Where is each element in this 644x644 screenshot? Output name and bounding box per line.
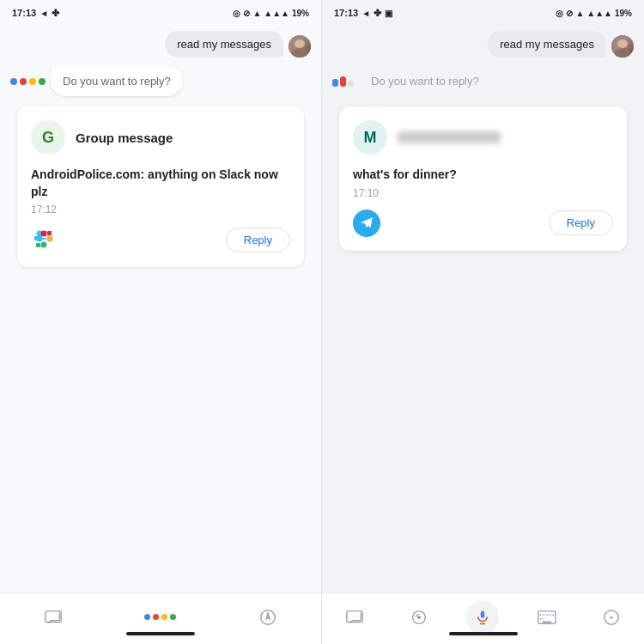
mic-icon bbox=[475, 608, 490, 627]
messages-icon-left bbox=[44, 608, 63, 627]
keyboard-icon bbox=[538, 610, 556, 625]
google-dots-right bbox=[332, 76, 354, 87]
reply-button-left[interactable]: Reply bbox=[226, 228, 290, 252]
telegram-icon bbox=[353, 210, 380, 237]
nav-keyboard-right[interactable] bbox=[530, 600, 564, 635]
arrow-icon-right: ◄ bbox=[361, 9, 370, 18]
location-icon-right: ◎ bbox=[556, 9, 563, 18]
card-time-left: 17:12 bbox=[31, 204, 290, 216]
bottom-nav-left bbox=[0, 592, 321, 644]
right-panel: 17:13 ◄ ✤ ▣ ◎ ⊘ ▲ ▲▲▲ 19% read my messag… bbox=[322, 0, 644, 644]
svg-rect-5 bbox=[36, 243, 40, 247]
dot-red-right bbox=[340, 76, 346, 87]
user-bubble-row-left: read my messages bbox=[10, 31, 311, 58]
assistant-bubble-right: Do you want to reply? bbox=[359, 66, 491, 96]
time-right: 17:13 bbox=[334, 8, 358, 18]
home-indicator-left bbox=[126, 632, 195, 635]
battery-left: 19% bbox=[292, 9, 309, 18]
bottom-nav-right bbox=[322, 592, 644, 644]
dot-blue-right bbox=[332, 79, 338, 87]
user-bubble-row-right: read my messages bbox=[332, 31, 634, 58]
status-time-right: 17:13 ◄ ✤ ▣ bbox=[334, 8, 392, 19]
arrow-icon: ◄ bbox=[39, 9, 48, 18]
nav-dots-left[interactable] bbox=[143, 600, 178, 635]
assistant-bubble-left: Do you want to reply? bbox=[51, 66, 183, 96]
card-icon-left: G bbox=[31, 120, 65, 155]
grid-icon-right: ✤ bbox=[374, 8, 381, 19]
nav-compass-left[interactable] bbox=[251, 600, 285, 635]
telegram-svg bbox=[359, 216, 374, 231]
nav-messages-left[interactable] bbox=[36, 600, 70, 635]
home-indicator-right bbox=[449, 632, 518, 635]
svg-rect-26 bbox=[481, 611, 485, 617]
battery-right: 19% bbox=[615, 9, 632, 18]
card-header-right: M bbox=[353, 120, 613, 155]
card-message-right: what's for dinner? bbox=[353, 167, 613, 184]
card-header-left: G Group message bbox=[31, 120, 290, 155]
status-icons-left: ◎ ⊘ ▲ ▲▲▲ 19% bbox=[233, 9, 309, 18]
card-title-left: Group message bbox=[76, 131, 173, 145]
nav-dot-red bbox=[153, 614, 159, 620]
avatar-left bbox=[289, 35, 311, 58]
card-icon-right: M bbox=[353, 120, 387, 155]
lens-icon bbox=[410, 608, 428, 627]
user-bubble-left: read my messages bbox=[165, 31, 283, 58]
dot-blue-left bbox=[10, 78, 17, 85]
status-bar-left: 17:13 ◄ ✤ ◎ ⊘ ▲ ▲▲▲ 19% bbox=[0, 0, 321, 24]
message-card-right: M what's for dinner? 17:10 Reply bbox=[339, 106, 627, 251]
nav-dot-green bbox=[170, 614, 176, 620]
card-footer-right: Reply bbox=[353, 210, 613, 237]
dot-red-left bbox=[20, 78, 27, 85]
reply-button-right[interactable]: Reply bbox=[549, 210, 613, 235]
card-footer-left: Reply bbox=[31, 226, 290, 253]
message-card-left: G Group message AndroidPolice.com: anyth… bbox=[17, 106, 304, 267]
svg-point-22 bbox=[267, 617, 269, 618]
location-icon: ◎ bbox=[233, 9, 240, 18]
avatar-face-left bbox=[289, 35, 311, 58]
time-left: 17:13 bbox=[12, 8, 36, 18]
wifi-icon-right: ▲ bbox=[575, 9, 584, 18]
status-bar-right: 17:13 ◄ ✤ ▣ ◎ ⊘ ▲ ▲▲▲ 19% bbox=[322, 0, 644, 24]
dot-green-left bbox=[39, 78, 46, 85]
nav-mic-right[interactable] bbox=[466, 600, 499, 635]
signal-icon-right: ▲▲▲ bbox=[586, 9, 612, 18]
assistant-row-left: Do you want to reply? bbox=[10, 66, 311, 96]
nav-messages-right[interactable] bbox=[337, 600, 372, 635]
avatar-right bbox=[611, 35, 634, 58]
messages-icon-right bbox=[345, 608, 364, 627]
google-dots-left bbox=[10, 78, 46, 85]
compass-icon-left bbox=[258, 608, 277, 627]
user-bubble-right: read my messages bbox=[488, 31, 606, 58]
status-time-left: 17:13 ◄ ✤ bbox=[12, 8, 59, 19]
avatar-face-right bbox=[611, 35, 634, 58]
nav-compass-right[interactable] bbox=[594, 600, 629, 635]
card-name-blurred bbox=[398, 131, 501, 143]
slack-svg bbox=[33, 228, 57, 252]
grid-icon: ✤ bbox=[52, 8, 59, 19]
svg-rect-10 bbox=[47, 231, 52, 235]
card-message-left: AndroidPolice.com: anything on Slack now… bbox=[31, 167, 290, 200]
wifi-icon: ▲ bbox=[252, 9, 261, 18]
compass-icon-right bbox=[602, 608, 621, 627]
google-dots-nav-left bbox=[144, 614, 176, 620]
nav-dot-yellow bbox=[161, 614, 167, 620]
card-time-right: 17:10 bbox=[353, 187, 613, 199]
nav-dot-blue bbox=[144, 614, 150, 620]
svg-point-25 bbox=[418, 616, 421, 618]
left-panel: 17:13 ◄ ✤ ◎ ⊘ ▲ ▲▲▲ 19% read my messages bbox=[0, 0, 322, 644]
assistant-row-right: Do you want to reply? bbox=[332, 66, 634, 96]
dot-yellow-left bbox=[29, 78, 36, 85]
dot-grey-right bbox=[348, 81, 354, 87]
chat-area-right: read my messages Do you want to reply? M bbox=[322, 24, 644, 592]
signal-icon: ▲▲▲ bbox=[264, 9, 289, 18]
msg-icon-right: ▣ bbox=[385, 9, 392, 18]
block-icon-right: ⊘ bbox=[566, 9, 573, 18]
status-icons-right: ◎ ⊘ ▲ ▲▲▲ 19% bbox=[556, 9, 632, 18]
chat-area-left: read my messages Do you want to reply? G bbox=[0, 24, 321, 592]
block-icon: ⊘ bbox=[243, 9, 250, 18]
svg-point-39 bbox=[611, 617, 612, 618]
slack-icon bbox=[31, 226, 58, 253]
nav-lens-right[interactable] bbox=[402, 600, 436, 635]
